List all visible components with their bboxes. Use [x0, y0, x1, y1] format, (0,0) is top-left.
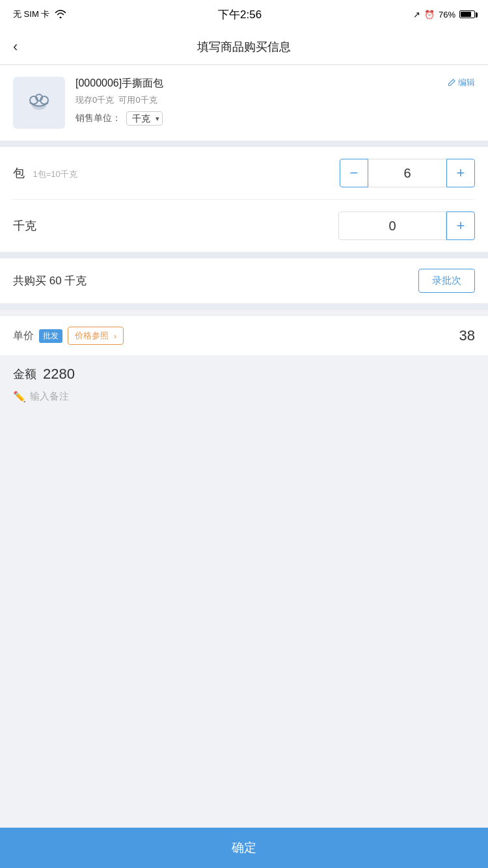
- status-time: 下午2:56: [218, 7, 262, 22]
- product-info: [0000006]手撕面包 编辑 现存0千克 可用0千克 销售单位： 千克: [75, 77, 475, 126]
- page-title: 填写商品购买信息: [197, 39, 291, 55]
- bag-plus-button[interactable]: +: [446, 159, 475, 187]
- note-row[interactable]: ✏️ 输入备注: [13, 390, 475, 403]
- status-carrier: 无 SIM 卡: [13, 8, 66, 20]
- total-text: 共购买 60 千克: [13, 273, 87, 288]
- kg-quantity-row: 千克 +: [13, 200, 475, 252]
- bag-controls: − +: [340, 159, 475, 187]
- bag-sublabel: 1包=10千克: [33, 169, 77, 179]
- pencil-icon: ✏️: [13, 390, 26, 403]
- kg-input[interactable]: [338, 211, 446, 240]
- carrier-text: 无 SIM 卡: [13, 8, 49, 20]
- amount-row: 金额 2280: [13, 366, 475, 383]
- alarm-icon: ⏰: [424, 10, 435, 20]
- kg-label: 千克: [13, 218, 36, 234]
- note-placeholder: 输入备注: [30, 390, 69, 403]
- bag-input[interactable]: [368, 159, 446, 187]
- location-icon: ↗: [413, 10, 420, 20]
- product-unit-row: 销售单位： 千克: [75, 111, 475, 126]
- price-section: 单价 批发 价格参照 › 38: [0, 316, 488, 355]
- price-label: 单价: [13, 329, 34, 343]
- kg-controls: +: [338, 211, 475, 240]
- product-thumbnail: [13, 77, 65, 129]
- battery-percent: 76%: [439, 10, 455, 20]
- amount-section: 金额 2280 ✏️ 输入备注: [0, 355, 488, 409]
- total-section: 共购买 60 千克 录批次: [0, 258, 488, 303]
- bag-minus-button[interactable]: −: [340, 159, 368, 187]
- product-name: [0000006]手撕面包: [75, 77, 163, 90]
- price-left: 单价 批发 价格参照 ›: [13, 327, 124, 345]
- price-value: 38: [459, 327, 475, 344]
- battery-icon: [459, 10, 475, 18]
- bag-label: 包 1包=10千克: [13, 165, 77, 181]
- quantity-section: 包 1包=10千克 − + 千克 +: [0, 147, 488, 252]
- confirm-bar[interactable]: 确定: [0, 828, 488, 868]
- nav-bar: ‹ 填写商品购买信息: [0, 29, 488, 65]
- amount-value: 2280: [43, 366, 75, 383]
- empty-space: [0, 409, 488, 591]
- kg-plus-button[interactable]: +: [446, 211, 475, 240]
- divider-3: [0, 303, 488, 310]
- status-right: ↗ ⏰ 76%: [413, 10, 475, 20]
- back-button[interactable]: ‹: [13, 38, 18, 55]
- unit-select-wrap[interactable]: 千克: [126, 111, 163, 126]
- divider-2: [0, 252, 488, 258]
- confirm-button[interactable]: 确定: [232, 839, 256, 856]
- edit-button[interactable]: 编辑: [447, 77, 475, 88]
- status-bar: 无 SIM 卡 下午2:56 ↗ ⏰ 76%: [0, 0, 488, 29]
- bag-quantity-row: 包 1包=10千克 − +: [13, 147, 475, 200]
- price-reference-button[interactable]: 价格参照 ›: [68, 327, 124, 345]
- price-badge: 批发: [39, 329, 62, 343]
- product-card: [0000006]手撕面包 编辑 现存0千克 可用0千克 销售单位： 千克: [0, 65, 488, 141]
- wifi-icon: [55, 9, 66, 20]
- record-batch-button[interactable]: 录批次: [418, 269, 475, 293]
- product-stock: 现存0千克 可用0千克: [75, 94, 475, 106]
- amount-label: 金额: [13, 366, 36, 382]
- divider-1: [0, 141, 488, 147]
- unit-select[interactable]: 千克: [126, 111, 163, 126]
